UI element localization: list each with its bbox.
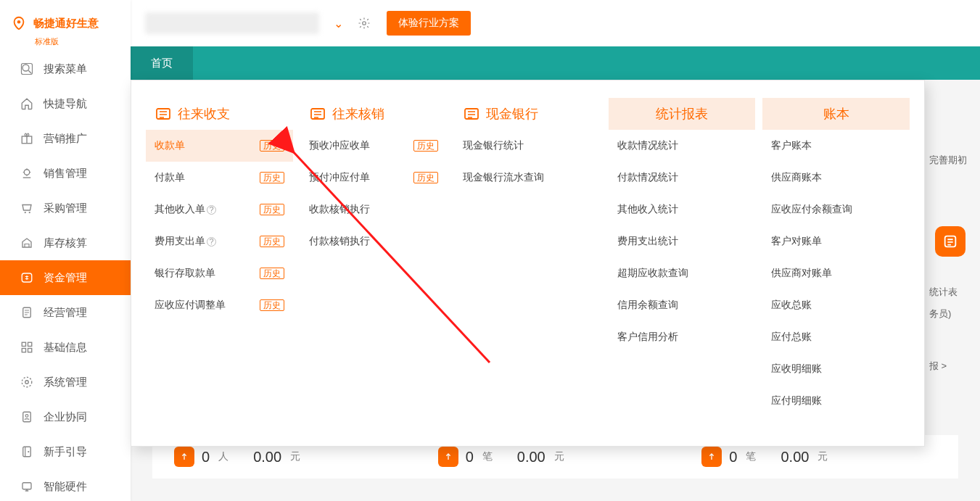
svg-point-19 xyxy=(28,451,29,452)
sidebar-item-coin[interactable]: 资金管理 xyxy=(0,260,131,295)
strip-line: 务员) xyxy=(925,307,980,329)
sidebar-item-label: 经营管理 xyxy=(44,306,87,320)
history-badge[interactable]: 历史 xyxy=(260,268,284,279)
chevron-down-icon[interactable]: ⌄ xyxy=(326,17,350,30)
mega-item[interactable]: 客户账本 xyxy=(762,130,910,162)
strip-line: 统计表 xyxy=(925,277,980,307)
sidebar-item-gift[interactable]: 营销推广 xyxy=(0,121,131,156)
svg-point-7 xyxy=(25,212,26,213)
item-label: 预收冲应收单 xyxy=(309,139,370,152)
tab-home[interactable]: 首页 xyxy=(131,46,193,80)
mega-item[interactable]: 供应商账本 xyxy=(762,162,910,194)
house-icon xyxy=(20,236,33,249)
mega-menu: 往来收支收款单历史付款单历史其他收入单?历史费用支出单?历史银行存取款单历史应收… xyxy=(131,80,925,447)
mega-item[interactable]: 应收应付余额查询 xyxy=(762,194,910,225)
history-badge[interactable]: 历史 xyxy=(413,172,438,183)
mega-item[interactable]: 收款单历史 xyxy=(146,130,293,162)
mega-column-c3: 现金银行现金银行统计现金银行流水查询 xyxy=(454,98,601,417)
history-badge[interactable]: 历史 xyxy=(260,236,284,247)
sidebar-item-house[interactable]: 库存核算 xyxy=(0,225,131,260)
mega-item[interactable]: 应收明细账 xyxy=(762,353,910,385)
sidebar-item-label: 营销推广 xyxy=(44,132,87,146)
svg-point-8 xyxy=(29,212,30,213)
mega-item[interactable]: 超期应收款查询 xyxy=(609,257,756,289)
mega-item[interactable]: 应付明细账 xyxy=(762,385,910,417)
sidebar-item-cart[interactable]: 采购管理 xyxy=(0,191,131,225)
sidebar-item-search[interactable]: 搜索菜单 xyxy=(0,51,131,86)
svg-point-15 xyxy=(25,381,29,384)
team-icon xyxy=(20,410,33,423)
history-badge[interactable]: 历史 xyxy=(260,299,284,311)
stat-count: 0 xyxy=(202,449,210,465)
mega-item[interactable]: 其他收入单?历史 xyxy=(146,194,293,225)
stat-amount-unit: 元 xyxy=(554,450,564,463)
svg-point-17 xyxy=(25,415,28,418)
mega-item[interactable]: 付款单历史 xyxy=(146,162,293,194)
home-icon xyxy=(20,97,33,110)
history-badge[interactable]: 历史 xyxy=(260,172,284,183)
mega-column-c2: 往来核销预收冲应收单历史预付冲应付单历史收款核销执行付款核销执行 xyxy=(300,98,448,417)
sidebar-item-team[interactable]: 企业协同 xyxy=(0,399,131,434)
mega-item[interactable]: 银行存取款单历史 xyxy=(146,257,293,289)
mega-item[interactable]: 付款情况统计 xyxy=(609,162,756,194)
right-info-strip: 完善期初 统计表 务员) 报 > xyxy=(925,80,980,501)
header-label: 现金银行 xyxy=(486,105,538,123)
svg-rect-13 xyxy=(28,349,32,352)
mega-item[interactable]: 预收冲应收单历史 xyxy=(300,130,448,162)
sidebar-item-label: 新手引导 xyxy=(44,445,87,459)
stat-amount-unit: 元 xyxy=(290,450,300,463)
mega-item[interactable]: 应收应付调整单历史 xyxy=(146,289,293,321)
mega-item[interactable]: 应付总账 xyxy=(762,321,910,353)
mega-column-c5: 账本客户账本供应商账本应收应付余额查询客户对账单供应商对账单应收总账应付总账应收… xyxy=(762,98,910,417)
mega-item[interactable]: 供应商对账单 xyxy=(762,257,910,289)
mega-item[interactable]: 付款核销执行 xyxy=(300,225,448,257)
item-label: 应付明细账 xyxy=(771,394,822,407)
doc-icon xyxy=(463,105,480,123)
sidebar-item-cog-cart[interactable]: 销售管理 xyxy=(0,156,131,191)
cart-icon xyxy=(20,202,33,215)
sidebar-item-label: 资金管理 xyxy=(44,271,87,285)
mega-item[interactable]: 现金银行统计 xyxy=(454,130,601,162)
mega-item[interactable]: 信用余额查询 xyxy=(609,289,756,321)
brand-name: 畅捷通好生意 xyxy=(33,17,99,30)
item-label: 其他收入统计 xyxy=(617,203,678,216)
sidebar-item-home[interactable]: 快捷导航 xyxy=(0,86,131,121)
mega-item[interactable]: 预付冲应付单历史 xyxy=(300,162,448,194)
svg-rect-10 xyxy=(22,342,25,346)
mega-item[interactable]: 收款核销执行 xyxy=(300,194,448,225)
item-label: 供应商账本 xyxy=(771,171,822,184)
floating-action-button[interactable] xyxy=(935,226,965,257)
help-icon[interactable]: ? xyxy=(207,205,216,215)
sidebar-item-device[interactable]: 智能硬件 xyxy=(0,469,131,501)
industry-plan-button[interactable]: 体验行业方案 xyxy=(387,11,471,36)
header-label: 往来核销 xyxy=(332,105,384,123)
strip-line[interactable]: 报 > xyxy=(925,351,980,381)
mega-item[interactable]: 费用支出单?历史 xyxy=(146,225,293,257)
mega-item[interactable]: 现金银行流水查询 xyxy=(454,162,601,194)
stat-icon xyxy=(174,447,194,467)
sidebar-item-report[interactable]: 经营管理 xyxy=(0,295,131,330)
history-badge[interactable]: 历史 xyxy=(413,140,438,152)
item-label: 供应商对账单 xyxy=(771,267,832,280)
search-icon xyxy=(20,62,33,75)
sidebar-item-grid[interactable]: 基础信息 xyxy=(0,330,131,365)
gear-icon[interactable] xyxy=(358,17,371,30)
item-label: 银行存取款单 xyxy=(155,267,215,280)
help-icon[interactable]: ? xyxy=(207,237,216,247)
history-badge[interactable]: 历史 xyxy=(260,204,284,215)
mega-item[interactable]: 收款情况统计 xyxy=(609,130,756,162)
grid-icon xyxy=(20,341,33,354)
svg-rect-18 xyxy=(23,447,31,457)
mega-item[interactable]: 客户对账单 xyxy=(762,225,910,257)
mega-item[interactable]: 其他收入统计 xyxy=(609,194,756,225)
mega-item[interactable]: 费用支出统计 xyxy=(609,225,756,257)
sidebar-item-book[interactable]: 新手引导 xyxy=(0,434,131,469)
org-selector[interactable] xyxy=(145,12,319,34)
mega-item[interactable]: 客户信用分析 xyxy=(609,321,756,353)
history-badge[interactable]: 历史 xyxy=(260,140,284,152)
item-label: 收款情况统计 xyxy=(617,139,678,152)
item-label: 费用支出单? xyxy=(155,235,216,248)
sidebar: 畅捷通好生意 标准版 搜索菜单快捷导航营销推广销售管理采购管理库存核算资金管理经… xyxy=(0,0,131,501)
sidebar-item-sys[interactable]: 系统管理 xyxy=(0,365,131,399)
mega-item[interactable]: 应收总账 xyxy=(762,289,910,321)
